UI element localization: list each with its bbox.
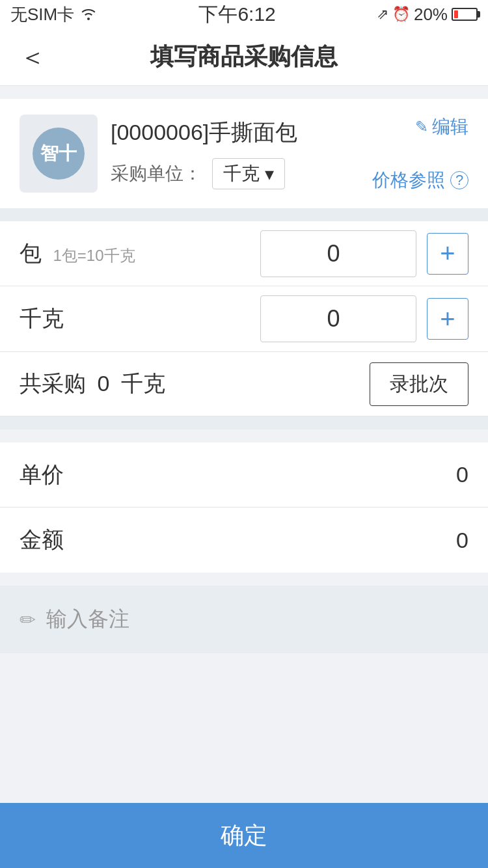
amount-label: 金额 — [20, 525, 64, 555]
carrier-text: 无SIM卡 — [10, 3, 74, 26]
status-left: 无SIM卡 — [10, 3, 98, 26]
kg-label: 千克 — [20, 304, 85, 334]
amount-value: 0 — [456, 528, 468, 553]
kg-input-row: 千克 + — [0, 286, 488, 351]
back-button[interactable]: ＜ — [20, 39, 46, 75]
summary-row: 共采购 0 千克 录批次 — [0, 351, 488, 416]
nav-bar: ＜ 填写商品采购信息 — [0, 29, 488, 86]
product-logo: 智十 — [33, 128, 85, 180]
input-section: 包 1包=10千克 + 千克 + — [0, 221, 488, 351]
battery-icon — [452, 8, 478, 21]
edit-icon: ✎ — [415, 118, 428, 136]
dropdown-icon: ▾ — [265, 163, 274, 185]
price-section: 单价 0 金额 0 — [0, 442, 488, 573]
wifi-icon — [79, 5, 98, 25]
help-icon: ? — [450, 171, 468, 189]
summary-value: 0 — [97, 371, 109, 396]
bao-label: 包 1包=10千克 — [20, 239, 135, 269]
record-batch-button[interactable]: 录批次 — [370, 362, 468, 406]
product-card: 智十 [0000006]手撕面包 采购单位： 千克 ▾ ✎ 编辑 价格参照 ? — [0, 99, 488, 208]
pencil-icon: ✏ — [20, 608, 36, 631]
bao-field-wrap: + — [148, 230, 468, 277]
alarm-icon: ⏰ — [392, 6, 410, 23]
notes-section[interactable]: ✏ 输入备注 — [0, 586, 488, 653]
confirm-bar[interactable]: 确定 — [0, 803, 488, 868]
status-time: 下午6:12 — [198, 1, 275, 28]
unit-price-row: 单价 0 — [0, 442, 488, 508]
unit-price-value: 0 — [456, 462, 468, 487]
status-right: ⇗ ⏰ 20% — [377, 5, 478, 25]
battery-percent: 20% — [414, 5, 448, 25]
kg-field-wrap: + — [98, 295, 468, 342]
summary-text: 共采购 0 千克 — [20, 369, 165, 399]
bao-plus-button[interactable]: + — [427, 233, 468, 275]
kg-plus-button[interactable]: + — [427, 298, 468, 340]
unit-price-label: 单价 — [20, 460, 64, 490]
unit-label: 采购单位： — [111, 161, 202, 186]
page-title: 填写商品采购信息 — [150, 41, 338, 73]
notes-placeholder: 输入备注 — [46, 605, 129, 634]
status-bar: 无SIM卡 下午6:12 ⇗ ⏰ 20% — [0, 0, 488, 29]
bao-sublabel: 1包=10千克 — [53, 247, 135, 264]
location-icon: ⇗ — [377, 6, 388, 23]
bao-input-row: 包 1包=10千克 + — [0, 221, 488, 286]
price-ref-button[interactable]: 价格参照 ? — [372, 168, 468, 193]
confirm-text: 确定 — [221, 820, 267, 852]
bao-input[interactable] — [260, 230, 416, 277]
divider-1 — [0, 208, 488, 221]
divider-2 — [0, 416, 488, 429]
kg-input[interactable] — [260, 295, 416, 342]
edit-button[interactable]: ✎ 编辑 — [415, 115, 468, 139]
product-image: 智十 — [20, 115, 98, 193]
unit-selector[interactable]: 千克 ▾ — [212, 158, 285, 189]
amount-row: 金额 0 — [0, 508, 488, 573]
